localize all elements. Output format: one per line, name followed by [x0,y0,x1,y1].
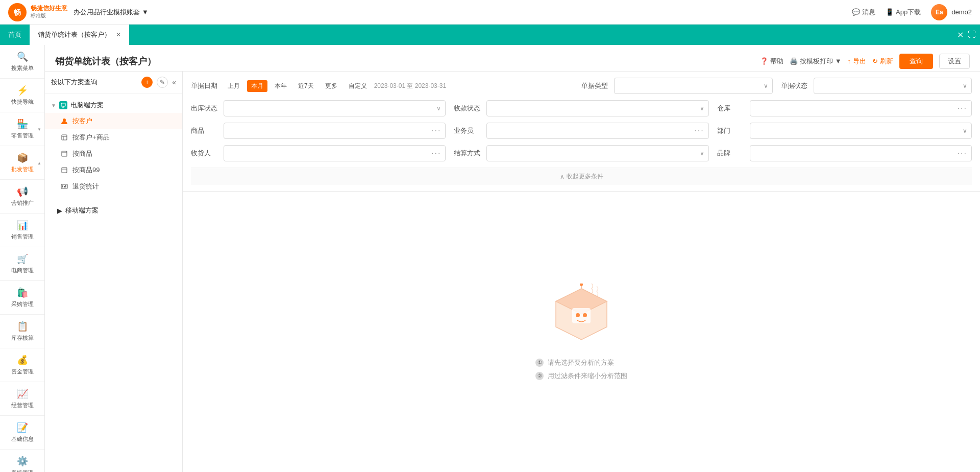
filter-goods-control[interactable]: ··· [224,123,446,139]
scheme-item-by-goods99-label: 按商品99 [72,166,100,175]
scheme-item-return-stats[interactable]: 退货统计 [45,178,182,195]
tab-home[interactable]: 首页 [0,25,30,45]
filter-doc-type-label: 单据类型 [581,81,610,90]
date-tab-more[interactable]: 更多 [321,80,341,92]
filter-department-control[interactable]: ∨ [750,123,972,139]
collapse-label: 收起更多条件 [567,172,603,181]
tab-controls: ✕ ⛶ [953,30,980,40]
scheme-item-by-goods[interactable]: 按商品 [45,146,182,162]
filter-row-3: 收货人 ··· 结算方式 ∨ [191,145,972,161]
filter-settlement-label: 结算方式 [454,149,482,158]
sidebar-item-basic[interactable]: 📝 基础信息 [0,416,44,450]
filter-receiver-dots: ··· [431,149,441,158]
scheme-item-by-goods-label: 按商品 [72,149,92,158]
refresh-label: 刷新 [880,57,893,66]
empty-tips: ① 请先选择要分析的方案 ② 用过滤条件来缩小分析范围 [535,358,627,381]
scheme-item-by-goods99[interactable]: 按商品99 [45,162,182,178]
filter-salesperson-label: 业务员 [454,126,482,135]
filter-out-status-chevron: ∨ [436,105,441,112]
scheme-add-btn[interactable]: + [141,77,153,88]
date-tab-7days[interactable]: 近7天 [294,80,318,92]
sidebar-item-retail[interactable]: 🏪 零售管理 [0,112,44,146]
svg-rect-9 [62,151,67,156]
scheme-item-by-customer-label: 按客户 [72,116,92,126]
empty-tip-2-text: 用过滤条件来缩小分析范围 [548,371,627,381]
message-btn[interactable]: 💬 消息 [852,8,875,17]
app-selector[interactable]: 办公用品行业模拟账套 ▼ [74,8,149,17]
filter-out-status-label: 出库状态 [191,104,219,113]
svg-rect-15 [64,186,65,187]
user-area[interactable]: Ea demo2 [931,4,972,20]
filter-row-1: 出库状态 ∨ 收款状态 ∨ [191,100,972,116]
filter-warehouse: 仓库 ··· [717,100,972,116]
sidebar-item-sales[interactable]: 📊 销售管理 [0,214,44,247]
sidebar-item-purchase[interactable]: 🛍️ 采购管理 [0,281,44,315]
date-tab-last-month[interactable]: 上月 [224,80,244,92]
sales-icon: 📊 [17,220,28,231]
scheme-item-customer-goods-label: 按客户+商品 [72,133,110,142]
refresh-btn[interactable]: ↻ 刷新 [872,57,893,66]
sidebar-label-marketing: 营销推广 [11,199,34,207]
date-tab-this-month[interactable]: 本月 [247,80,267,92]
sidebar-item-ecommerce[interactable]: 🛒 电商管理 [0,247,44,281]
tab-close-btn[interactable]: ✕ [116,31,121,38]
date-tab-this-year[interactable]: 本年 [271,80,291,92]
filter-receiver-control[interactable]: ··· [224,145,446,161]
filter-settlement-control[interactable]: ∨ [486,145,708,161]
collapse-bar[interactable]: ∧ 收起更多条件 [191,168,972,185]
filter-receive-status-control[interactable]: ∨ [486,100,708,116]
sidebar-label-sales: 销售管理 [11,233,34,241]
filter-out-status: 出库状态 ∨ [191,100,446,116]
search-icon: 🔍 [17,51,28,62]
filter-salesperson-control[interactable]: ··· [486,123,708,139]
by-goods-icon [60,150,68,158]
svg-point-23 [580,284,583,286]
app-download-btn[interactable]: 📱 App下载 [886,8,921,17]
sidebar-item-system[interactable]: ⚙️ 系统管理 [0,450,44,472]
tab-maximize-btn[interactable]: ⛶ [968,30,976,39]
sidebar-item-shortcut[interactable]: ⚡ 快捷导航 [0,79,44,112]
sidebar-item-marketing[interactable]: 📢 营销推广 [0,180,44,214]
scheme-item-customer-goods[interactable]: 按客户+商品 [45,129,182,146]
filter-doc-status-control[interactable]: ∨ [814,78,972,94]
date-tab-custom[interactable]: 自定义 [345,80,371,92]
scheme-group-mobile-header[interactable]: ▶ 移动端方案 [45,203,182,218]
tab-sales-report[interactable]: 销货单统计表（按客户） ✕ [30,25,129,45]
message-icon: 💬 [852,8,860,16]
retail-icon: 🏪 [17,119,28,130]
sidebar-label-finance: 资金管理 [11,368,34,375]
filter-out-status-control[interactable]: ∨ [224,100,446,116]
scheme-collapse-btn[interactable]: « [172,78,176,86]
template-print-icon: 🖨️ [790,57,798,65]
help-btn[interactable]: ❓ 帮助 [760,57,783,66]
ecommerce-icon: 🛒 [17,253,28,265]
export-btn[interactable]: ↑ 导出 [848,57,867,66]
empty-state: ① 请先选择要分析的方案 ② 用过滤条件来缩小分析范围 [183,192,980,472]
scheme-item-by-customer[interactable]: 按客户 [45,113,182,129]
tip-num-1: ① [535,359,544,367]
tab-minimize-btn[interactable]: ✕ [957,30,964,40]
scheme-group-pc-header[interactable]: ▼ 电脑端方案 [45,98,182,113]
scheme-panel-title: 按以下方案查询 [51,78,97,87]
sidebar-item-finance[interactable]: 💰 资金管理 [0,348,44,382]
filter-brand-control[interactable]: ··· [750,145,972,161]
filter-settlement-chevron: ∨ [700,150,704,157]
filter-warehouse-control[interactable]: ··· [750,100,972,116]
template-print-btn[interactable]: 🖨️ 按模板打印 ▼ [790,57,842,66]
content-area: 销货单统计表（按客户） ❓ 帮助 🖨️ 按模板打印 ▼ ↑ 导出 ↻ 刷新 [45,45,980,472]
svg-rect-16 [65,185,66,187]
filter-brand: 品牌 ··· [717,145,972,161]
scheme-edit-btn[interactable]: ✎ [157,77,168,88]
top-bar: 畅 畅捷信好生意 标准版 办公用品行业模拟账套 ▼ 💬 消息 📱 App下载 E… [0,0,980,25]
sidebar-item-operation[interactable]: 📈 经营管理 [0,382,44,416]
settings-button[interactable]: 设置 [939,54,970,69]
filter-date-label: 单据日期 [191,81,219,90]
filter-doc-type-control[interactable]: ∨ [614,78,773,94]
filter-receive-status: 收款状态 ∨ [454,100,708,116]
sidebar-item-wholesale[interactable]: 📦 批发管理 [0,146,44,180]
query-button[interactable]: 查询 [899,54,933,69]
tab-home-label: 首页 [8,30,21,39]
svg-rect-14 [62,185,63,187]
sidebar-item-inventory[interactable]: 📋 库存核算 [0,315,44,348]
sidebar-item-search[interactable]: 🔍 搜索菜单 [0,45,44,79]
